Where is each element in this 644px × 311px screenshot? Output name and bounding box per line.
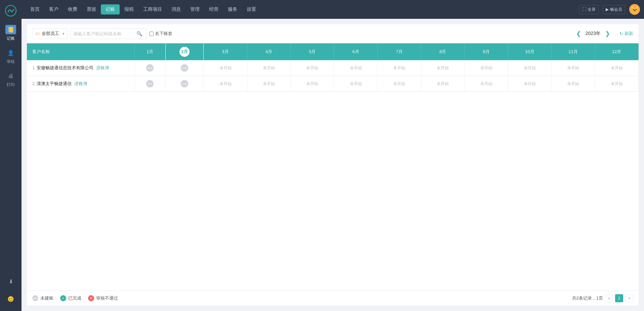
row-month-1: —	[134, 60, 165, 76]
not-built-dot: —	[32, 295, 38, 301]
row-month-4: 未开始	[247, 76, 290, 92]
done-label: 已完成	[68, 295, 81, 301]
not-started-label: 未开始	[567, 66, 579, 70]
table-row: 1安徽畅捷通信息技术有限公司进账簿——未开始未开始未开始未开始未开始未开始未开始…	[27, 60, 639, 76]
not-built-label: 未建账	[40, 295, 53, 301]
not-started-label: 未开始	[437, 81, 449, 86]
col-m11: 11月	[552, 43, 595, 60]
not-started-label: 未开始	[350, 66, 362, 70]
legend-done: ✓ 已完成	[60, 295, 81, 301]
search-input[interactable]	[73, 31, 134, 36]
enter-ledger-link[interactable]: 进账簿	[96, 65, 109, 70]
status-dash-icon: —	[146, 64, 154, 72]
pagination: 共2条记录，1页 ‹ 1 ›	[572, 294, 633, 302]
col-m2: 2月	[165, 43, 204, 60]
nav-fee[interactable]: 收费	[63, 4, 82, 14]
col-name: 客户名称	[27, 43, 134, 60]
row-month-1: —	[134, 76, 165, 92]
not-started-label: 未开始	[263, 66, 275, 70]
prev-year-button[interactable]: ❮	[575, 30, 583, 38]
print-icon: 🖨	[5, 71, 16, 81]
nav-service[interactable]: 服务	[223, 4, 242, 14]
main-content: 首页 客户 收费 票据 记账 报税 工商项目 消息 管理 经营 服务 设置 ⛶ …	[22, 0, 644, 311]
row-month-10: 未开始	[508, 76, 551, 92]
nav-business[interactable]: 工商项目	[138, 4, 167, 14]
row-month-12: 未开始	[595, 76, 639, 92]
accounting-table: 客户名称 1月 2月 3月 4月 5月 6月 7月 8月 9月 10月 11月	[27, 43, 639, 92]
nav-invoice[interactable]: 票据	[82, 4, 101, 14]
col-m3: 3月	[204, 43, 247, 60]
row-month-11: 未开始	[552, 60, 595, 76]
nav-accounting[interactable]: 记账	[101, 4, 120, 14]
toolbar: 🏷 全部员工 ▾ 🔍 名下账套 ❮ 2023年 ❯	[27, 24, 639, 43]
refresh-icon: ↻	[619, 31, 623, 36]
nav-home[interactable]: 首页	[26, 4, 44, 14]
col-m9: 9月	[465, 43, 508, 60]
sidebar-item-print[interactable]: 🖨 打印	[0, 68, 22, 91]
sidebar-item-audit[interactable]: 👤 审核	[0, 45, 22, 68]
vip-button[interactable]: ▶ 畅会员	[603, 5, 625, 14]
legend-not-built: — 未建账	[32, 295, 53, 301]
row-month-2: —	[165, 60, 204, 76]
row-month-5: 未开始	[291, 60, 334, 76]
not-started-label: 未开始	[393, 81, 405, 86]
nav-message[interactable]: 消息	[167, 4, 186, 14]
row-month-8: 未开始	[421, 76, 465, 92]
row-month-10: 未开始	[508, 60, 551, 76]
vip-icon: ▶	[606, 7, 609, 12]
search-wrapper: 🔍	[70, 28, 147, 39]
not-started-label: 未开始	[524, 81, 536, 86]
row-month-11: 未开始	[552, 76, 595, 92]
row-month-8: 未开始	[421, 60, 465, 76]
done-dot: ✓	[60, 295, 66, 301]
nav-tax[interactable]: 报税	[120, 4, 138, 14]
chevron-down-icon: ▾	[63, 32, 65, 36]
sidebar: 📒 记账 👤 审核 🖨 打印 ⬇ 😊	[0, 0, 22, 311]
not-started-label: 未开始	[350, 81, 362, 86]
refresh-button[interactable]: ↻ 刷新	[619, 31, 633, 37]
page-1-button[interactable]: 1	[615, 294, 623, 302]
fullscreen-icon: ⛶	[582, 7, 586, 12]
status-dash-icon: —	[181, 64, 188, 72]
employee-select-label: 全部员工	[42, 31, 59, 37]
not-started-label: 未开始	[480, 81, 492, 86]
my-accounts-checkbox-label[interactable]: 名下账套	[149, 31, 172, 37]
audit-icon: 👤	[5, 48, 16, 57]
search-button[interactable]: 🔍	[135, 30, 144, 37]
not-started-label: 未开始	[219, 81, 232, 86]
enter-ledger-link[interactable]: 进账簿	[74, 81, 87, 86]
top-navigation: 首页 客户 收费 票据 记账 报税 工商项目 消息 管理 经营 服务 设置 ⛶ …	[22, 0, 644, 19]
nav-settings[interactable]: 设置	[242, 4, 261, 14]
row-month-2: —	[165, 76, 204, 92]
col-m10: 10月	[508, 43, 551, 60]
nav-operation[interactable]: 经营	[204, 4, 223, 14]
main-card: 🏷 全部员工 ▾ 🔍 名下账套 ❮ 2023年 ❯	[27, 24, 639, 306]
prev-page-button[interactable]: ‹	[605, 294, 613, 302]
user-avatar[interactable]: 🐱	[629, 4, 640, 15]
not-started-label: 未开始	[306, 66, 318, 70]
table-header-row: 客户名称 1月 2月 3月 4月 5月 6月 7月 8月 9月 10月 11月	[27, 43, 639, 60]
col-m12: 12月	[595, 43, 639, 60]
next-page-button[interactable]: ›	[625, 294, 633, 302]
next-year-button[interactable]: ❯	[603, 30, 611, 38]
nav-customer[interactable]: 客户	[44, 4, 63, 14]
employee-select[interactable]: 🏷 全部员工 ▾	[32, 28, 68, 39]
sidebar-item-accounting[interactable]: 📒 记账	[0, 22, 22, 45]
row-name-cell: 2漠澳太平畅捷通信进账簿	[27, 76, 134, 92]
row-month-3: 未开始	[204, 76, 247, 92]
page-content: 🏷 全部员工 ▾ 🔍 名下账套 ❮ 2023年 ❯	[22, 19, 644, 311]
row-month-7: 未开始	[377, 76, 421, 92]
row-number: 2	[32, 81, 35, 86]
row-month-6: 未开始	[334, 60, 377, 76]
accounting-icon: 📒	[5, 25, 16, 34]
not-started-label: 未开始	[306, 81, 318, 86]
row-month-9: 未开始	[465, 76, 508, 92]
not-started-label: 未开始	[219, 66, 232, 70]
sidebar-item-support[interactable]: 😊	[0, 291, 22, 307]
rejected-label: 审核不通过	[96, 295, 118, 301]
fullscreen-button[interactable]: ⛶ 全屏	[579, 5, 599, 14]
col-m1: 1月	[134, 43, 165, 60]
my-accounts-checkbox[interactable]	[149, 32, 154, 36]
nav-manage[interactable]: 管理	[186, 4, 204, 14]
sidebar-item-download[interactable]: ⬇	[0, 273, 22, 289]
